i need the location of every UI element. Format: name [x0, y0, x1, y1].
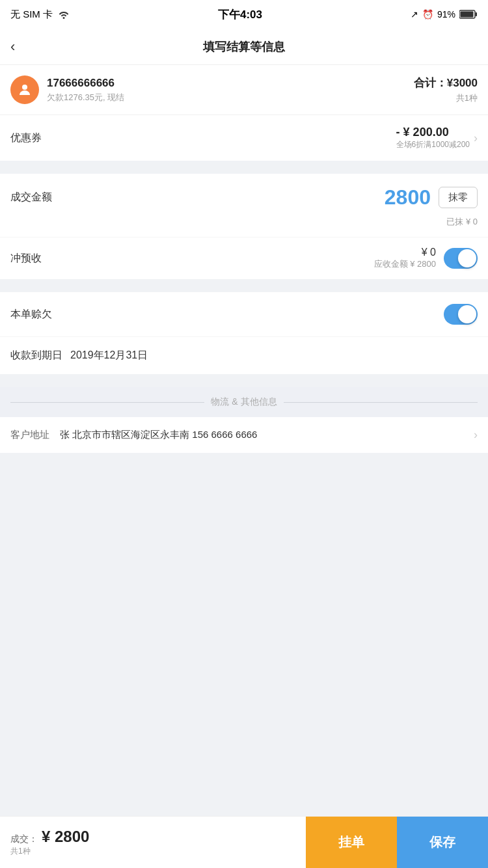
customer-card: 17666666666 欠款1276.35元, 现结 合计：¥3000 共1种 … [0, 65, 488, 161]
due-date-value: 2019年12月31日 [70, 349, 148, 362]
customer-info: 17666666666 欠款1276.35元, 现结 [47, 77, 414, 103]
status-right: ↗ ⏰ 91% [411, 9, 478, 20]
already-rounded: 已抹 ¥ 0 [0, 213, 488, 237]
svg-rect-1 [475, 12, 477, 16]
back-button[interactable]: ‹ [10, 38, 15, 55]
address-value: 张 北京市市辖区海淀区永丰南 156 6666 6666 [60, 427, 474, 442]
amount-right: 2800 抹零 [385, 185, 478, 210]
alarm-icon: ⏰ [422, 9, 433, 20]
battery-icon [459, 10, 478, 19]
coupon-discount: - ¥ 200.00 [396, 126, 470, 139]
coupon-row[interactable]: 优惠券 - ¥ 200.00 全场6折满1000减200 › [0, 115, 488, 161]
no-sim-label: 无 SIM 卡 [10, 8, 53, 21]
bottom-sub: 共1种 [10, 846, 295, 857]
address-row[interactable]: 客户地址 张 北京市市辖区海淀区永丰南 156 6666 6666 › [0, 417, 488, 453]
hold-button[interactable]: 挂单 [306, 817, 397, 869]
person-icon [17, 82, 33, 98]
avatar [10, 75, 39, 104]
coupon-right: - ¥ 200.00 全场6折满1000减200 › [396, 126, 478, 150]
status-left: 无 SIM 卡 [10, 8, 70, 21]
coupon-chevron-icon: › [474, 131, 478, 145]
bottom-deal-label: 成交： [10, 834, 38, 845]
deal-amount-value: 2800 [385, 185, 431, 210]
address-chevron-icon: › [474, 428, 478, 442]
prepay-toggle[interactable] [444, 248, 478, 269]
svg-point-3 [22, 85, 27, 90]
toggle-knob [458, 249, 476, 267]
section-separator-2 [0, 286, 488, 292]
svg-rect-2 [460, 12, 473, 18]
battery-label: 91% [437, 9, 455, 20]
total-amount: 合计：¥3000 [414, 75, 478, 90]
bottom-bar: 成交： ¥ 2800 共1种 挂单 保存 [0, 816, 488, 868]
wifi-icon [58, 10, 70, 19]
bottom-amount: ¥ 2800 [42, 828, 89, 846]
deal-amount-label: 成交金额 [10, 191, 52, 204]
location-icon: ↗ [411, 9, 418, 20]
save-button[interactable]: 保存 [397, 817, 488, 869]
customer-row: 17666666666 欠款1276.35元, 现结 合计：¥3000 共1种 [0, 65, 488, 115]
prepay-toggle-wrap: ¥ 0 应收金额 ¥ 2800 [374, 247, 478, 270]
content-area: 17666666666 欠款1276.35元, 现结 合计：¥3000 共1种 … [0, 65, 488, 518]
bottom-deal-row: 成交： ¥ 2800 [10, 828, 295, 846]
amount-row: 成交金额 2800 抹零 [0, 174, 488, 213]
divider-line-right [284, 402, 478, 403]
debt-toggle-knob [458, 305, 476, 323]
address-label: 客户地址 [10, 429, 49, 441]
logistics-label: 物流 & 其他信息 [211, 396, 277, 408]
status-bar: 无 SIM 卡 下午4:03 ↗ ⏰ 91% [0, 0, 488, 29]
round-button[interactable]: 抹零 [439, 187, 478, 208]
due-date-row: 收款到期日 2019年12月31日 [0, 336, 488, 374]
customer-total: 合计：¥3000 共1种 [414, 75, 478, 104]
due-date-label: 收款到期日 [10, 349, 62, 362]
nav-bar: ‹ 填写结算等信息 [0, 29, 488, 65]
debt-card: 本单赊欠 收款到期日 2019年12月31日 [0, 292, 488, 374]
coupon-sub: 全场6折满1000减200 [396, 139, 470, 150]
status-time: 下午4:03 [218, 7, 262, 22]
prepay-row: 冲预收 ¥ 0 应收金额 ¥ 2800 [0, 237, 488, 279]
logistics-divider: 物流 & 其他信息 [0, 387, 488, 417]
prepay-label: 冲预收 [10, 252, 42, 265]
section-separator-1 [0, 167, 488, 174]
bottom-info: 成交： ¥ 2800 共1种 [0, 828, 306, 857]
prepay-sub: 应收金额 ¥ 2800 [374, 258, 436, 270]
coupon-info: - ¥ 200.00 全场6折满1000减200 [396, 126, 470, 150]
section-separator-3 [0, 381, 488, 387]
prepay-amount: ¥ 0 [374, 247, 436, 258]
customer-sub: 欠款1276.35元, 现结 [47, 92, 414, 103]
debt-row: 本单赊欠 [0, 292, 488, 336]
total-sub: 共1种 [414, 92, 478, 104]
debt-toggle[interactable] [444, 304, 478, 325]
page-title: 填写结算等信息 [203, 39, 285, 55]
divider-line-left [10, 402, 204, 403]
bottom-spacer [0, 453, 488, 518]
prepay-info: ¥ 0 应收金额 ¥ 2800 [374, 247, 436, 270]
customer-phone: 17666666666 [47, 77, 414, 90]
deal-amount-card: 成交金额 2800 抹零 已抹 ¥ 0 冲预收 ¥ 0 应收金额 ¥ 2800 [0, 174, 488, 279]
coupon-label: 优惠券 [10, 131, 42, 145]
debt-label: 本单赊欠 [10, 308, 52, 321]
